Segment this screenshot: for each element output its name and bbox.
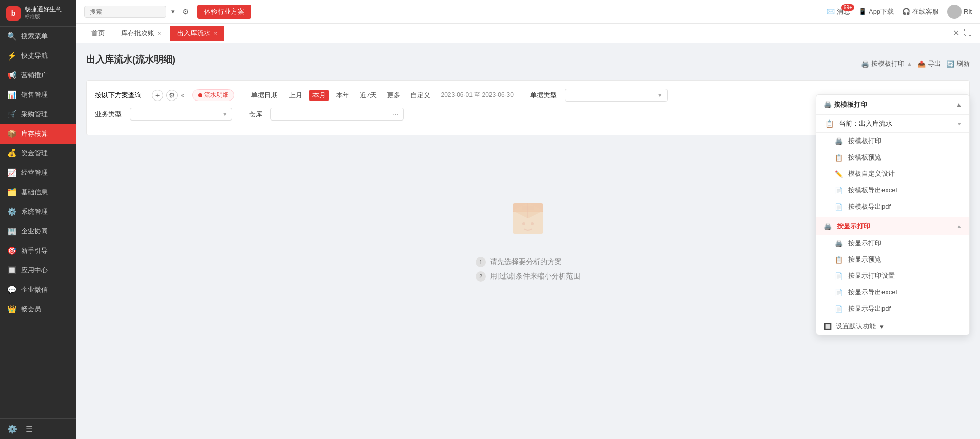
- tab-batch-close[interactable]: ×: [158, 30, 161, 36]
- sidebar: b 畅捷通好生意 标准版 🔍 搜索菜单 ⚡ 快捷导航 📢 营销推广 📊 销售管理…: [0, 0, 76, 439]
- sidebar-item-operations[interactable]: 📈 经营管理: [0, 163, 76, 183]
- topbar: ▾ ⚙ 体验行业方案 ✉️ 消息 99+ 📱 App下载 🎧 在线客服 Rit: [76, 0, 980, 24]
- dropdown-template-excel[interactable]: 📄 按模板导出excel: [816, 182, 969, 198]
- sidebar-item-base[interactable]: 🗂️ 基础信息: [0, 183, 76, 202]
- sidebar-item-corp[interactable]: 🏢 企业协同: [0, 222, 76, 241]
- date-opt-this-year[interactable]: 本年: [333, 90, 352, 101]
- date-opt-custom[interactable]: 自定义: [407, 90, 434, 101]
- sidebar-item-apps[interactable]: 🔲 应用中心: [0, 261, 76, 280]
- sidebar-item-label: 新手引导: [21, 246, 48, 255]
- settings-default-icon: 🔲: [824, 323, 832, 330]
- dropdown-display-print-settings[interactable]: 📄 按显示打印设置: [816, 268, 969, 284]
- message-badge: 99+: [841, 4, 854, 11]
- dropdown-display-pdf[interactable]: 📄 按显示导出pdf: [816, 301, 969, 317]
- printer-icon: 🖨️: [861, 60, 869, 68]
- step-1-text: 请先选择要分析的方案: [490, 257, 562, 267]
- template-excel-icon: 📄: [835, 187, 843, 194]
- dropdown-current-item[interactable]: 📋 当前：出入库流水 ▾: [816, 115, 969, 133]
- app-download-button[interactable]: 📱 App下载: [858, 7, 894, 16]
- filter-settings-button[interactable]: ⚙: [166, 90, 178, 101]
- print-button[interactable]: 🖨️ 按模板打印 ▲: [861, 59, 912, 68]
- dropdown-template-preview[interactable]: 📋 按模板预览: [816, 149, 969, 166]
- tab-home[interactable]: 首页: [84, 26, 112, 41]
- settings-bottom-icon[interactable]: ⚙️: [7, 424, 17, 434]
- main-content: ▾ ⚙ 体验行业方案 ✉️ 消息 99+ 📱 App下载 🎧 在线客服 Rit: [76, 0, 980, 439]
- display-preview-label: 按显示预览: [848, 255, 881, 264]
- search-dropdown-icon[interactable]: ▾: [171, 8, 175, 15]
- tab-flow[interactable]: 出入库流水 ×: [170, 26, 224, 41]
- sidebar-item-wechat[interactable]: 💬 企业微信: [0, 280, 76, 300]
- display-settings-icon: 📄: [835, 272, 843, 280]
- refresh-button[interactable]: 🔄 刷新: [946, 59, 970, 68]
- dropdown-template-pdf[interactable]: 📄 按模板导出pdf: [816, 198, 969, 215]
- sidebar-item-shortcut[interactable]: ⚡ 快捷导航: [0, 46, 76, 66]
- dropdown-divider: [816, 216, 969, 216]
- sidebar-item-vip[interactable]: 👑 畅会员: [0, 300, 76, 319]
- tab-batch[interactable]: 库存批次账 ×: [114, 26, 168, 41]
- vip-icon: 👑: [7, 305, 17, 314]
- dropdown-template-custom[interactable]: ✏️ 模板自定义设计: [816, 166, 969, 182]
- template-excel-label: 按模板导出excel: [848, 186, 897, 195]
- user-avatar-area[interactable]: Rit: [947, 5, 972, 19]
- template-custom-label: 模板自定义设计: [848, 169, 895, 178]
- tab-flow-close[interactable]: ×: [213, 30, 217, 36]
- search-input[interactable]: [84, 6, 166, 18]
- search-icon: 🔍: [7, 32, 17, 41]
- warehouse-label: 仓库: [249, 110, 262, 119]
- mobile-icon: 📱: [858, 8, 867, 15]
- maximize-window-button[interactable]: ⛶: [964, 28, 972, 38]
- sidebar-item-label: 企业协同: [21, 227, 48, 236]
- biz-type-selector[interactable]: ▾: [130, 108, 232, 121]
- sidebar-item-guide[interactable]: 🎯 新手引导: [0, 241, 76, 261]
- template-custom-icon: ✏️: [835, 170, 843, 178]
- dropdown-footer[interactable]: 🔲 设置默认功能 ▾: [816, 317, 969, 335]
- trial-button[interactable]: 体验行业方案: [197, 5, 251, 19]
- sidebar-item-marketing[interactable]: 📢 营销推广: [0, 66, 76, 85]
- date-options: 上月 本月 本年 近7天 更多 自定义 2023-06-01 至 2023-06…: [286, 90, 514, 101]
- close-window-button[interactable]: ✕: [953, 28, 959, 38]
- operations-icon: 📈: [7, 168, 17, 177]
- date-opt-7days[interactable]: 近7天: [357, 90, 380, 101]
- filter-add-button[interactable]: +: [152, 90, 163, 101]
- sidebar-item-purchase[interactable]: 🛒 采购管理: [0, 105, 76, 124]
- sidebar-item-finance[interactable]: 💰 资金管理: [0, 144, 76, 163]
- topbar-gear-icon[interactable]: ⚙: [182, 7, 189, 16]
- corp-icon: 🏢: [7, 227, 17, 236]
- warehouse-selector[interactable]: ···: [270, 108, 404, 121]
- dropdown-up-arrow[interactable]: ▲: [956, 101, 962, 108]
- sidebar-item-search[interactable]: 🔍 搜索菜单: [0, 27, 76, 46]
- dropdown-display-section[interactable]: 🖨️ 按显示打印 ▲: [816, 217, 969, 235]
- dropdown-template-print[interactable]: 🖨️ 按模板打印: [816, 133, 969, 149]
- export-button[interactable]: 📤 导出: [917, 59, 941, 68]
- current-arrow-icon: ▾: [958, 121, 961, 127]
- display-section-arrow: ▲: [956, 223, 962, 229]
- dropdown-display-excel[interactable]: 📄 按显示导出excel: [816, 284, 969, 301]
- date-opt-more[interactable]: 更多: [384, 90, 403, 101]
- menu-toggle-icon[interactable]: ☰: [26, 424, 33, 434]
- filter-collapse-icon[interactable]: «: [181, 91, 184, 99]
- sidebar-item-label: 销售管理: [21, 90, 48, 99]
- dropdown-display-preview[interactable]: 📋 按显示预览: [816, 251, 969, 268]
- online-service-button[interactable]: 🎧 在线客服: [902, 7, 939, 16]
- window-controls: ✕ ⛶: [953, 28, 972, 38]
- sidebar-item-sales[interactable]: 📊 销售管理: [0, 85, 76, 105]
- online-service-label: 在线客服: [912, 7, 939, 16]
- type-selector[interactable]: ▾: [565, 89, 668, 102]
- date-opt-this-month[interactable]: 本月: [309, 90, 329, 101]
- purchase-icon: 🛒: [7, 110, 17, 119]
- display-print-icon: 🖨️: [835, 240, 843, 247]
- footer-label: 设置默认功能: [836, 322, 876, 331]
- export-label: 导出: [928, 59, 941, 68]
- display-settings-label: 按显示打印设置: [848, 271, 895, 281]
- system-icon: ⚙️: [7, 207, 17, 216]
- sidebar-item-label: 应用中心: [21, 266, 48, 275]
- tab-batch-label: 库存批次账: [121, 29, 154, 38]
- date-opt-last-month[interactable]: 上月: [286, 90, 305, 101]
- sidebar-item-inventory[interactable]: 📦 库存核算: [0, 124, 76, 144]
- filter-chip[interactable]: 流水明细: [192, 89, 234, 101]
- message-button[interactable]: ✉️ 消息 99+: [827, 7, 850, 16]
- warehouse-more-icon: ···: [393, 110, 398, 118]
- sidebar-item-label: 基础信息: [21, 188, 48, 197]
- sidebar-item-system[interactable]: ⚙️ 系统管理: [0, 202, 76, 222]
- dropdown-display-print[interactable]: 🖨️ 按显示打印: [816, 235, 969, 251]
